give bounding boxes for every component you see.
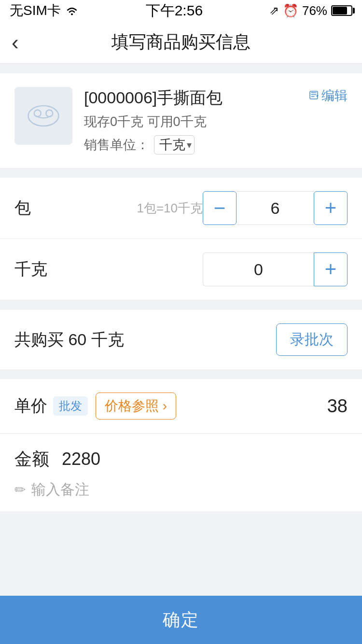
price-ref-button[interactable]: 价格参照 › <box>96 392 176 420</box>
unit-select[interactable]: 千克 <box>154 135 195 154</box>
page-title: 填写商品购买信息 <box>111 30 251 54</box>
status-carrier: 无SIM卡 <box>10 1 79 20</box>
confirm-button[interactable]: 确定 <box>0 596 362 644</box>
battery-icon <box>331 5 352 16</box>
status-right: ⇗ ⏰ 76% <box>269 3 352 18</box>
price-value: 38 <box>327 396 348 417</box>
price-label: 单价 <box>14 395 47 417</box>
remark-icon: ✏ <box>14 482 26 498</box>
total-label: 共购买 60 千克 <box>14 329 124 351</box>
battery-percent: 76% <box>302 3 327 18</box>
quantity-kg-row: 千克 + <box>0 239 362 300</box>
status-time: 下午2:56 <box>146 1 203 21</box>
product-thumbnail <box>14 87 72 145</box>
bao-minus-button[interactable]: − <box>203 191 237 225</box>
kg-label: 千克 <box>14 258 203 280</box>
svg-point-2 <box>34 110 41 117</box>
edit-button[interactable]: 编辑 <box>309 87 348 104</box>
wifi-icon <box>65 5 79 16</box>
bao-hint: 1包=10千克 <box>137 200 203 217</box>
bao-plus-button[interactable]: + <box>314 191 348 225</box>
back-button[interactable]: ‹ <box>12 32 19 53</box>
batch-tag: 批发 <box>53 396 88 416</box>
edit-icon <box>309 90 320 101</box>
product-card: [0000006]手撕面包 编辑 现存0千克 可用0千克 销售单位： 千克 <box>0 73 362 168</box>
product-info: [0000006]手撕面包 编辑 现存0千克 可用0千克 销售单位： 千克 <box>84 87 348 154</box>
kg-plus-button[interactable]: + <box>314 252 348 286</box>
price-row: 单价 批发 价格参照 › 38 <box>0 379 362 433</box>
product-unit-row: 销售单位： 千克 <box>84 135 348 154</box>
total-row: 共购买 60 千克 录批次 <box>0 310 362 369</box>
status-bar: 无SIM卡 下午2:56 ⇗ ⏰ 76% <box>0 0 362 21</box>
amount-section: 金额 2280 ✏ 输入备注 <box>0 434 362 511</box>
unit-select-wrap[interactable]: 千克 <box>149 135 195 154</box>
amount-row: 金额 2280 <box>14 448 348 471</box>
quantity-bao-section: 包 1包=10千克 − + 千克 + <box>0 178 362 300</box>
location-icon: ⇗ <box>269 4 279 17</box>
quantity-bao-row: 包 1包=10千克 − + <box>0 178 362 239</box>
batch-button[interactable]: 录批次 <box>276 323 348 356</box>
remark-row[interactable]: ✏ 输入备注 <box>14 480 348 500</box>
nav-bar: ‹ 填写商品购买信息 <box>0 21 362 64</box>
alarm-icon: ⏰ <box>283 3 298 18</box>
product-stock: 现存0千克 可用0千克 <box>84 113 348 130</box>
product-logo <box>27 104 60 128</box>
svg-point-1 <box>28 106 59 126</box>
amount-value: 2280 <box>62 449 100 469</box>
product-name: [0000006]手撕面包 <box>84 87 223 108</box>
bao-input[interactable] <box>237 191 314 225</box>
kg-controls: + <box>203 252 348 286</box>
bao-controls: − + <box>203 191 348 225</box>
remark-label: 输入备注 <box>31 480 89 500</box>
bao-label: 包 <box>14 197 131 219</box>
svg-point-3 <box>46 110 53 117</box>
kg-input[interactable] <box>203 252 314 286</box>
svg-point-0 <box>71 14 73 15</box>
